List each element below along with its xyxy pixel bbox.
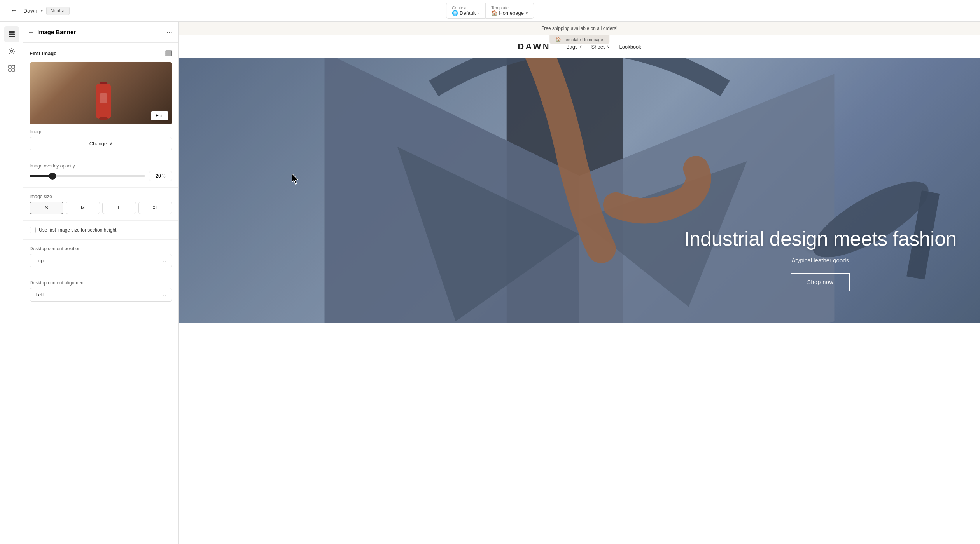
slider-thumb[interactable] bbox=[49, 173, 56, 180]
blocks-icon bbox=[8, 65, 16, 72]
bottle-svg bbox=[92, 78, 115, 120]
main-layout: ← Image Banner ··· First Image bbox=[0, 22, 980, 544]
svg-rect-11 bbox=[100, 82, 107, 84]
svg-point-3 bbox=[10, 50, 13, 52]
hero-banner: Industrial design meets fashion Atypical… bbox=[179, 58, 980, 323]
store-logo: DAWN bbox=[518, 42, 551, 52]
context-label: Context bbox=[452, 5, 467, 10]
checkbox-label: Use first image size for section height bbox=[39, 227, 116, 233]
context-value: Default bbox=[460, 10, 476, 16]
svg-point-12 bbox=[99, 117, 108, 120]
template-tab-label: Template Homepage bbox=[564, 37, 603, 42]
template-value: Homepage bbox=[499, 10, 524, 16]
image-field-label: Image bbox=[30, 129, 172, 134]
change-btn-label: Change bbox=[89, 141, 107, 146]
store-announcement: Free shipping available on all orders! bbox=[179, 22, 980, 35]
topbar: ← Dawn ∨ Neutral Context 🌐 Default ∨ Tem… bbox=[0, 0, 980, 22]
theme-badge[interactable]: Neutral bbox=[46, 7, 70, 15]
svg-rect-6 bbox=[9, 69, 11, 71]
svg-rect-13 bbox=[100, 93, 107, 103]
app-name: Dawn bbox=[23, 8, 37, 14]
svg-rect-5 bbox=[12, 65, 15, 68]
change-image-button[interactable]: Change ∨ bbox=[30, 137, 172, 150]
nav-lookbook[interactable]: Lookbook bbox=[619, 44, 641, 50]
context-selector[interactable]: Context 🌐 Default ∨ bbox=[446, 3, 485, 19]
lookbook-label: Lookbook bbox=[619, 44, 641, 50]
position-value: Top bbox=[35, 258, 44, 263]
nav-bags[interactable]: Bags ∨ bbox=[566, 44, 582, 50]
position-chevron-icon: ⌄ bbox=[163, 258, 166, 263]
store-preview: Free shipping available on all orders! 🏠… bbox=[179, 22, 980, 544]
svg-rect-1 bbox=[9, 34, 15, 35]
size-btn-l[interactable]: L bbox=[102, 202, 136, 214]
alignment-section: Desktop content alignment Left ⌄ bbox=[23, 274, 178, 308]
back-button[interactable]: ← bbox=[8, 5, 20, 17]
preview-area: Free shipping available on all orders! 🏠… bbox=[179, 22, 980, 544]
chevron-down-icon: ∨ bbox=[109, 141, 112, 146]
first-image-section: First Image bbox=[23, 43, 178, 157]
size-btn-s[interactable]: S bbox=[30, 202, 63, 214]
svg-rect-7 bbox=[12, 69, 15, 71]
first-image-size-checkbox[interactable] bbox=[30, 227, 36, 233]
overlay-section: Image overlay opacity 20 % bbox=[23, 157, 178, 188]
overlay-unit: % bbox=[162, 174, 166, 178]
section-header: First Image bbox=[30, 49, 172, 58]
size-btn-m[interactable]: M bbox=[66, 202, 100, 214]
home-tab-icon: 🏠 bbox=[556, 37, 561, 42]
image-preview: Edit bbox=[30, 62, 172, 124]
panel-title: Image Banner bbox=[37, 29, 163, 35]
svg-rect-0 bbox=[9, 31, 15, 33]
opacity-slider[interactable] bbox=[30, 175, 145, 177]
edit-button[interactable]: Edit bbox=[151, 111, 168, 120]
panel-back-button[interactable]: ← bbox=[28, 29, 34, 36]
panel-header: ← Image Banner ··· bbox=[23, 22, 178, 43]
template-selector[interactable]: Template 🏠 Homepage ∨ bbox=[485, 3, 534, 19]
context-chevron: ∨ bbox=[477, 11, 480, 15]
size-label: Image size bbox=[30, 194, 172, 199]
hero-content: Industrial design meets fashion Atypical… bbox=[684, 227, 957, 291]
store-nav: 🏠 Template Homepage DAWN Bags ∨ Shoes ∨ … bbox=[179, 35, 980, 58]
template-chevron: ∨ bbox=[525, 11, 528, 15]
home-icon: 🏠 bbox=[491, 10, 497, 16]
storage-icon[interactable] bbox=[165, 49, 172, 58]
bags-label: Bags bbox=[566, 44, 578, 50]
svg-rect-4 bbox=[9, 65, 11, 68]
shoes-label: Shoes bbox=[592, 44, 606, 50]
hero-cta-button[interactable]: Shop now bbox=[791, 273, 850, 291]
first-image-label: First Image bbox=[30, 51, 56, 56]
alignment-chevron-icon: ⌄ bbox=[163, 292, 166, 298]
app-chevron[interactable]: ∨ bbox=[40, 9, 43, 13]
sections-icon bbox=[8, 30, 16, 38]
settings-icon-btn[interactable] bbox=[4, 44, 19, 59]
alignment-label: Desktop content alignment bbox=[30, 280, 172, 286]
settings-icon bbox=[8, 47, 16, 55]
topbar-center: Context 🌐 Default ∨ Template 🏠 Homepage … bbox=[446, 3, 534, 19]
alignment-select[interactable]: Left ⌄ bbox=[30, 288, 172, 302]
nav-shoes[interactable]: Shoes ∨ bbox=[592, 44, 610, 50]
checkbox-section: Use first image size for section height bbox=[23, 221, 178, 240]
svg-rect-9 bbox=[166, 52, 172, 54]
svg-rect-2 bbox=[9, 36, 15, 37]
size-btn-xl[interactable]: XL bbox=[138, 202, 172, 214]
image-field: Image Change ∨ bbox=[30, 129, 172, 150]
svg-rect-10 bbox=[166, 54, 172, 56]
svg-rect-8 bbox=[166, 51, 172, 52]
blocks-icon-btn[interactable] bbox=[4, 61, 19, 76]
panel-more-button[interactable]: ··· bbox=[166, 28, 172, 36]
hero-title: Industrial design meets fashion bbox=[684, 227, 957, 251]
overlay-label: Image overlay opacity bbox=[30, 163, 172, 169]
position-select[interactable]: Top ⌄ bbox=[30, 254, 172, 267]
template-tab: 🏠 Template Homepage bbox=[550, 35, 609, 44]
sections-icon-btn[interactable] bbox=[4, 26, 19, 42]
size-button-group: S M L XL bbox=[30, 202, 172, 214]
topbar-left: ← Dawn ∨ Neutral bbox=[8, 5, 70, 17]
globe-icon: 🌐 bbox=[452, 10, 458, 16]
alignment-value: Left bbox=[35, 292, 44, 298]
icon-sidebar bbox=[0, 22, 23, 544]
checkbox-row: Use first image size for section height bbox=[30, 227, 172, 233]
position-label: Desktop content position bbox=[30, 246, 172, 251]
overlay-value: 20 bbox=[156, 173, 161, 179]
bags-chevron-icon: ∨ bbox=[579, 45, 582, 49]
position-section: Desktop content position Top ⌄ bbox=[23, 240, 178, 274]
shoes-chevron-icon: ∨ bbox=[607, 45, 610, 49]
